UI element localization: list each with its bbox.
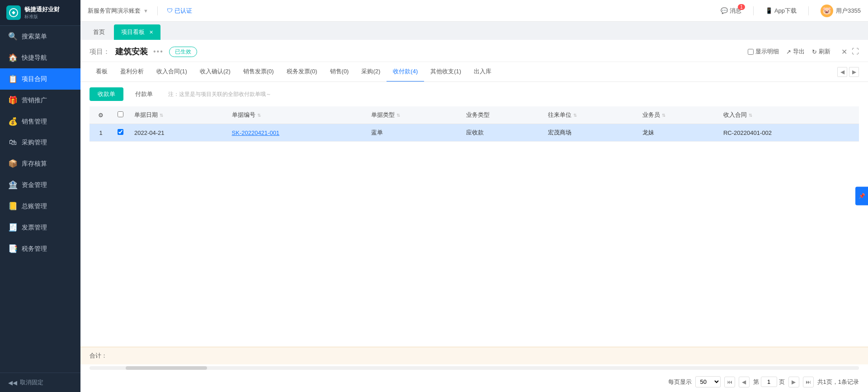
sidebar-item-inventory[interactable]: 📦 库存核算 (0, 153, 80, 174)
inner-tab-receipt-bill[interactable]: 收款单 (90, 87, 123, 101)
sidebar-logo-text: 畅捷通好业财 标准版 (24, 5, 60, 20)
refresh-icon: ↻ (812, 48, 817, 55)
inner-tab-note: 注：这里是与项目关联的全部收付款单哦～ (168, 91, 271, 98)
sidebar-item-quick-nav[interactable]: 🏠 快捷导航 (0, 47, 80, 68)
col-salesperson-header: 业务员⇅ (637, 106, 718, 124)
quick-nav-icon: 🏠 (8, 53, 17, 62)
show-detail-checkbox[interactable]: 显示明细 (748, 48, 779, 56)
pin-icon: ◀◀ (8, 379, 17, 386)
row-biz-type: 应收款 (461, 124, 542, 142)
sub-tab-other-expense[interactable]: 其他收支(1) (424, 62, 467, 82)
chevron-down-icon: ▼ (143, 8, 148, 14)
show-detail-input[interactable] (748, 49, 754, 55)
message-badge: 1 (738, 4, 745, 10)
sidebar-item-ledger[interactable]: 📒 总账管理 (0, 196, 80, 217)
sub-tab-purchase[interactable]: 采购(2) (355, 62, 387, 82)
topbar-divider (157, 6, 158, 15)
sub-tab-sales-invoice[interactable]: 销售发票(0) (237, 62, 280, 82)
cancel-pin-button[interactable]: ◀◀ 取消固定 (0, 373, 80, 392)
select-all-checkbox[interactable] (118, 111, 123, 117)
tab-close-icon[interactable]: ✕ (149, 29, 153, 35)
last-page-btn[interactable]: ⏭ (803, 377, 814, 387)
sub-tab-income-contract[interactable]: 收入合同(1) (150, 62, 193, 82)
export-icon: ↗ (786, 48, 791, 55)
sidebar-item-label-invoice-mgmt: 发票管理 (22, 224, 47, 232)
inner-tab-payment-bill[interactable]: 付款单 (127, 87, 161, 101)
sub-tab-receipt[interactable]: 收付款(4) (387, 62, 424, 82)
sidebar-item-invoice-mgmt[interactable]: 🧾 发票管理 (0, 217, 80, 238)
sidebar-item-purchase-mgmt[interactable]: 🛍 采购管理 (0, 132, 80, 153)
page-size-select[interactable]: 50 10 20 100 (695, 376, 721, 387)
tab-bar: 首页 项目看板 ✕ (80, 22, 868, 40)
col-number-header: 单据编号⇅ (226, 106, 366, 124)
next-page-btn[interactable]: ▶ (788, 377, 799, 387)
floating-quick-btn[interactable]: 📌 (855, 187, 868, 206)
scrollbar-thumb[interactable] (126, 366, 207, 370)
app-download-button[interactable]: 📱 App下载 (765, 7, 797, 15)
row-number[interactable]: SK-20220421-001 (226, 124, 366, 142)
col-date-header: 单据日期⇅ (129, 106, 226, 124)
row-number-link[interactable]: SK-20220421-001 (232, 129, 280, 136)
page-title: 建筑安装 (115, 46, 148, 57)
row-select-checkbox[interactable] (118, 129, 123, 135)
sidebar-item-marketing[interactable]: 🎁 营销推广 (0, 90, 80, 111)
sub-tab-sales[interactable]: 销售(0) (324, 62, 355, 82)
sub-tab-tax-invoice[interactable]: 税务发票(0) (280, 62, 324, 82)
topbar-divider3 (808, 6, 809, 15)
user-menu[interactable]: 🐷 用户3355 (821, 5, 861, 17)
col-settings-header[interactable]: ⚙ (90, 106, 112, 124)
sidebar-item-search[interactable]: 🔍 搜索菜单 (0, 26, 80, 47)
export-button[interactable]: ↗ 导出 (786, 48, 805, 56)
table-header-row: ⚙ 单据日期⇅ 单据编号⇅ 单据类型⇅ 业务类型 往来单位⇅ 业务员⇅ 收入合同… (90, 106, 859, 124)
tab-project-board[interactable]: 项目看板 ✕ (114, 24, 160, 40)
certified-badge: 🛡 已认证 (167, 7, 192, 15)
first-page-btn[interactable]: ⏮ (724, 377, 735, 387)
sub-tab-prev[interactable]: ◀ (837, 67, 847, 77)
sidebar-item-label-ledger: 总账管理 (22, 202, 47, 210)
topbar-right: 💬 消息 1 📱 App下载 🐷 用户3355 (721, 5, 861, 17)
sidebar-item-sales-mgmt[interactable]: 💰 销售管理 (0, 111, 80, 132)
topbar: 新服务官网演示账套 ▼ 🛡 已认证 💬 消息 1 📱 App下载 🐷 用户335… (80, 0, 868, 22)
tab-home[interactable]: 首页 (86, 24, 112, 40)
sub-tab-next[interactable]: ▶ (849, 67, 859, 77)
maximize-window-icon[interactable]: ⛶ (852, 48, 859, 56)
account-switcher[interactable]: 新服务官网演示账套 ▼ (88, 7, 148, 15)
certified-label: 已认证 (175, 7, 192, 15)
app-title: 畅捷通好业财 (24, 5, 60, 14)
marketing-icon: 🎁 (8, 96, 17, 105)
horizontal-scrollbar[interactable] (90, 366, 859, 370)
sidebar-item-label-search: 搜索菜单 (22, 33, 47, 41)
col-checkbox-header[interactable] (112, 106, 129, 124)
row-checkbox[interactable] (112, 124, 129, 142)
sidebar-item-capital[interactable]: 🏦 资金管理 (0, 174, 80, 196)
sidebar-item-label-inventory: 库存核算 (22, 160, 47, 168)
prev-page-btn[interactable]: ◀ (739, 377, 750, 387)
app-logo-icon (6, 5, 21, 20)
table-row[interactable]: 1 2022-04-21 SK-20220421-001 蓝单 应收款 宏茂商场… (90, 124, 859, 142)
sub-tabs: 看板盈利分析收入合同(1)收入确认(2)销售发票(0)税务发票(0)销售(0)采… (80, 62, 868, 82)
sub-tab-in-out[interactable]: 出入库 (467, 62, 498, 82)
sidebar-item-tax-mgmt[interactable]: 📑 税务管理 (0, 238, 80, 259)
page-number-input[interactable] (761, 377, 777, 387)
more-icon[interactable]: ••• (153, 48, 164, 56)
message-button[interactable]: 💬 消息 1 (721, 7, 741, 15)
sidebar-logo: 畅捷通好业财 标准版 (0, 0, 80, 26)
sub-tab-board[interactable]: 看板 (90, 62, 114, 82)
page-title-label: 项目： (90, 48, 110, 56)
page-header-right: 显示明细 ↗ 导出 ↻ 刷新 ✕ ⛶ (748, 48, 859, 56)
sub-tab-profit[interactable]: 盈利分析 (114, 62, 150, 82)
main-area: 新服务官网演示账套 ▼ 🛡 已认证 💬 消息 1 📱 App下载 🐷 用户335… (80, 0, 868, 392)
message-icon: 💬 (721, 7, 728, 14)
sub-tab-income-confirm[interactable]: 收入确认(2) (193, 62, 237, 82)
sales-mgmt-icon: 💰 (8, 117, 17, 126)
refresh-label: 刷新 (819, 48, 830, 56)
status-badge: 已生效 (169, 47, 197, 57)
total-info: 共1页，1条记录 (817, 378, 859, 386)
row-income-contract: RC-20220401-002 (718, 124, 859, 142)
close-window-icon[interactable]: ✕ (841, 48, 847, 56)
row-salesperson: 龙妹 (637, 124, 718, 142)
sidebar-item-project-contract[interactable]: 📋 项目合同 (0, 68, 80, 90)
refresh-button[interactable]: ↻ 刷新 (812, 48, 830, 56)
sidebar-item-label-project-contract: 项目合同 (22, 75, 47, 83)
phone-icon: 📱 (765, 7, 773, 14)
